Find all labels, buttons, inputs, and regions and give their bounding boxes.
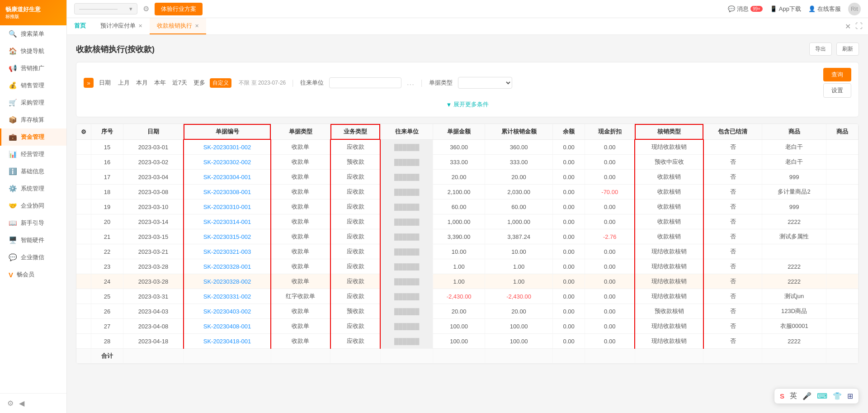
app-download-btn[interactable]: 📱 App下载: [770, 5, 801, 13]
table-cell: 预收中应收: [635, 155, 703, 170]
marketing-icon: 📢: [9, 64, 17, 72]
table-cell: 15: [91, 140, 123, 155]
sidebar-item-system[interactable]: ⚙️ 系统管理: [0, 180, 66, 197]
table-header-row: ⚙ 序号 日期 单据编号 单据类型 业务类型 往来单位 单据金额 累计核销金额 …: [76, 124, 859, 140]
th-partner: 往来单位: [380, 124, 433, 140]
tab-payable-close[interactable]: ✕: [138, 23, 142, 29]
partner-input[interactable]: [329, 77, 401, 88]
table-cell: 应收款: [330, 334, 381, 349]
sidebar-item-search[interactable]: 🔍 搜索菜单: [0, 25, 66, 43]
doc-no-link[interactable]: SK-20230310-001: [203, 204, 251, 210]
table-cell: 收款单: [271, 199, 330, 214]
filter-expand-btn[interactable]: »: [84, 78, 94, 88]
sidebar-item-hardware[interactable]: 🖥️ 智能硬件: [0, 232, 66, 249]
sidebar-item-operations[interactable]: 📊 经营管理: [0, 146, 66, 163]
doc-no-link[interactable]: SK-20230321-003: [203, 248, 251, 255]
filter-setting-btn[interactable]: 设置: [823, 83, 851, 98]
th-goods: 商品: [762, 124, 826, 140]
date-opt-custom[interactable]: 自定义: [210, 78, 231, 88]
date-opt-this-month[interactable]: 本月: [134, 78, 150, 88]
date-opt-last-month[interactable]: 上月: [116, 78, 132, 88]
table-cell: 20.00: [433, 304, 485, 319]
sidebar-item-marketing[interactable]: 📢 营销推广: [0, 60, 66, 77]
doc-no-link[interactable]: SK-20230408-001: [203, 323, 251, 330]
table-cell: 2,030.00: [485, 185, 553, 199]
table-cell: 2222: [762, 259, 826, 274]
sidebar-item-corp[interactable]: 🤝 企业协同: [0, 197, 66, 214]
table-cell: 否: [703, 304, 762, 319]
sidebar-item-basic[interactable]: ℹ️ 基础信息: [0, 163, 66, 180]
totals-cell: [553, 349, 585, 364]
tabbar-right: ✕ ⛶: [840, 18, 868, 34]
date-opt-this-year[interactable]: 本年: [152, 78, 168, 88]
table-cell: 预收款: [330, 304, 381, 319]
sidebar-item-inventory[interactable]: 📦 库存核算: [0, 111, 66, 128]
export-btn[interactable]: 导出: [809, 43, 832, 56]
ime-grid-icon[interactable]: ⊞: [847, 392, 853, 400]
table-cell: 收款单: [271, 304, 330, 319]
table-cell: [826, 304, 858, 319]
doc-no-link[interactable]: SK-20230328-001: [203, 263, 251, 270]
topbar-gear-icon[interactable]: ⚙: [143, 5, 149, 13]
doc-no-link[interactable]: SK-20230315-002: [203, 233, 251, 240]
tab-home[interactable]: 首页: [67, 18, 93, 34]
table-cell: ██████: [380, 259, 433, 274]
ime-lang-label[interactable]: 英: [790, 391, 797, 401]
refresh-btn[interactable]: 刷新: [836, 43, 859, 56]
ime-mic-icon[interactable]: 🎤: [802, 392, 811, 400]
doc-type-select[interactable]: [458, 77, 512, 89]
table-cell: SK-20230321-003: [184, 244, 271, 259]
table-cell: 0.00: [585, 140, 635, 155]
table-cell: 收款单: [271, 334, 330, 349]
user-avatar[interactable]: Rit: [848, 3, 861, 15]
doc-no-link[interactable]: SK-20230403-002: [203, 308, 251, 315]
table-cell: [76, 244, 91, 259]
doc-no-link[interactable]: SK-20230301-002: [203, 144, 251, 151]
query-btn[interactable]: 查询: [823, 68, 851, 81]
sidebar-item-wechat[interactable]: 💬 企业微信: [0, 249, 66, 266]
tab-payable[interactable]: 预计冲应付单 ✕: [93, 18, 150, 34]
system-icon: ⚙️: [9, 185, 17, 193]
sidebar-item-guide[interactable]: 📖 新手引导: [0, 214, 66, 232]
ime-keyboard-icon[interactable]: ⌨: [817, 392, 827, 400]
online-service-btn[interactable]: 👤 在线客服: [808, 5, 841, 13]
table-cell: SK-20230301-002: [184, 140, 271, 155]
doc-no-link[interactable]: SK-20230418-001: [203, 338, 251, 345]
doc-no-link[interactable]: SK-20230304-001: [203, 174, 251, 180]
doc-no-link[interactable]: SK-20230314-001: [203, 218, 251, 225]
member-icon: V: [9, 271, 13, 279]
page-actions: 导出 刷新: [809, 43, 859, 56]
doc-no-link[interactable]: SK-20230331-002: [203, 293, 251, 300]
tab-receipt-close[interactable]: ✕: [195, 23, 199, 29]
sidebar-item-purchase[interactable]: 🛒 采购管理: [0, 94, 66, 111]
filter-row: » 日期 上月 本月 本年 近7天 更多 自定义 不限 至 2023-07-26…: [84, 68, 851, 98]
expand-more-btn[interactable]: ▼ 展开更多条件: [84, 98, 851, 111]
th-settings[interactable]: ⚙: [76, 124, 91, 140]
sidebar-item-sales[interactable]: 💰 销售管理: [0, 77, 66, 94]
tab-fullscreen-icon[interactable]: ⛶: [855, 22, 863, 30]
date-opt-more[interactable]: 更多: [192, 78, 207, 88]
industry-solution-btn[interactable]: 体验行业方案: [155, 3, 203, 15]
sidebar-item-member[interactable]: V 畅会员: [0, 266, 66, 283]
collapse-icon[interactable]: ◀: [19, 399, 24, 408]
date-opt-7days[interactable]: 近7天: [170, 78, 189, 88]
table-cell: 20.00: [485, 170, 553, 185]
tab-receipt-verify-label: 收款核销执行: [157, 22, 192, 30]
doc-no-link[interactable]: SK-20230328-002: [203, 278, 251, 285]
tab-close-all-icon[interactable]: ✕: [845, 22, 851, 31]
doc-no-link[interactable]: SK-20230302-002: [203, 159, 251, 166]
topbar-selector[interactable]: ────────── ▾: [74, 3, 137, 14]
table-cell: [826, 155, 858, 170]
table-cell: SK-20230302-002: [184, 155, 271, 170]
tab-receipt-verify[interactable]: 收款核销执行 ✕: [150, 18, 206, 34]
table-cell: -2,430.00: [433, 289, 485, 304]
filter-dots[interactable]: ...: [407, 80, 415, 86]
doc-no-link[interactable]: SK-20230308-001: [203, 189, 251, 195]
filter-date-options: 上月 本月 本年 近7天 更多 自定义: [116, 78, 231, 88]
table-cell: 2023-03-21: [123, 244, 184, 259]
messages-btn[interactable]: 💬 消息 99+: [728, 5, 763, 13]
sidebar-item-finance[interactable]: 💼 资金管理: [0, 128, 66, 146]
ime-shirt-icon[interactable]: 👕: [833, 392, 842, 400]
settings-bottom-icon[interactable]: ⚙: [7, 399, 14, 408]
sidebar-item-shortcut[interactable]: 🏠 快捷导航: [0, 43, 66, 60]
